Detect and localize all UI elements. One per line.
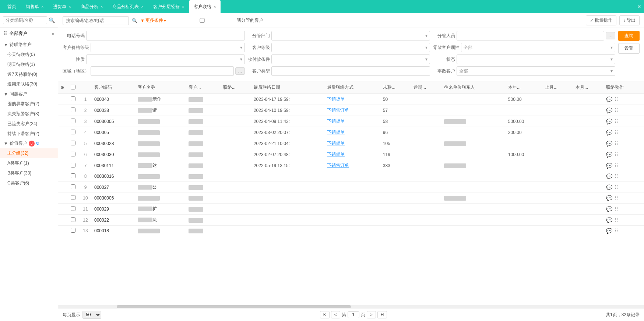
sidebar-item-class-b[interactable]: B类客户(33) — [0, 168, 58, 178]
tab-product-analysis-close[interactable]: × — [101, 4, 103, 9]
phone-action-icon[interactable]: 💬 — [606, 119, 612, 124]
phone-action-icon[interactable]: 💬 — [606, 152, 612, 158]
this-year-col-header[interactable]: 本年... — [506, 81, 543, 94]
sidebar-search-icon[interactable]: 🔍 — [49, 17, 55, 23]
last-contact-method-cell[interactable]: 下销售订单 — [325, 160, 381, 171]
last-contact-method-cell[interactable] — [325, 193, 381, 204]
last-month-col-header[interactable]: 上月... — [543, 81, 573, 94]
sidebar-item-churn-warning[interactable]: 流失预警客户(3) — [0, 109, 58, 119]
contact-method-link[interactable]: 下销货单 — [327, 96, 345, 102]
status-select[interactable]: ▾ — [457, 54, 615, 64]
last-contact-method-cell[interactable]: 下销货单 — [325, 127, 381, 138]
first-page-button[interactable]: K — [320, 311, 330, 318]
check-cell[interactable] — [68, 127, 79, 138]
page-input[interactable] — [348, 311, 359, 318]
sidebar-group-value[interactable]: ▼ 价值客户 8 ↻ — [0, 138, 58, 148]
refresh-icon[interactable]: ↻ — [36, 141, 39, 146]
more-action-icon[interactable]: ⠿ — [615, 152, 618, 158]
price-level-select[interactable]: ▾ — [91, 43, 245, 52]
more-action-icon[interactable]: ⠿ — [615, 195, 618, 201]
manager-more-button[interactable]: … — [606, 32, 615, 39]
last-contact-method-cell[interactable] — [325, 171, 381, 182]
tab-customer-segment[interactable]: 客户分层经营 × — [149, 0, 189, 13]
more-action-icon[interactable]: ⠿ — [615, 173, 618, 179]
check-cell[interactable] — [68, 116, 79, 127]
phone-action-icon[interactable]: 💬 — [606, 141, 612, 147]
phone-action-icon[interactable]: 💬 — [606, 130, 612, 135]
phone-action-icon[interactable]: 💬 — [606, 96, 612, 102]
row-checkbox[interactable] — [71, 195, 75, 200]
more-action-icon[interactable]: ⠿ — [615, 217, 618, 223]
check-cell[interactable] — [68, 160, 79, 171]
row-checkbox[interactable] — [71, 206, 75, 211]
more-action-icon[interactable]: ⠿ — [615, 163, 618, 169]
sidebar-all-customers[interactable]: ⠿ 全部客户 « — [0, 28, 58, 40]
check-cell[interactable] — [68, 138, 79, 149]
check-all-header[interactable] — [68, 81, 79, 94]
row-checkbox[interactable] — [71, 217, 75, 222]
tab-customer-contact[interactable]: 客户联络 × — [189, 0, 220, 13]
sidebar-item-declining[interactable]: 持续下滑客户(2) — [0, 129, 58, 139]
tab-sales[interactable]: 销售单 × — [21, 0, 48, 13]
type-col-header[interactable]: 客户... — [186, 81, 221, 94]
sidebar-item-class-c[interactable]: C类客户(6) — [0, 178, 58, 188]
last-contact-method-cell[interactable]: 下销货单 — [325, 94, 381, 105]
settings-col-header[interactable]: ⚙ — [58, 81, 68, 94]
check-cell[interactable] — [68, 204, 79, 215]
payment-terms-select[interactable]: ▾ — [271, 54, 430, 64]
more-action-icon[interactable]: ⠿ — [615, 141, 618, 147]
more-action-icon[interactable]: ⠿ — [615, 119, 618, 124]
contact-method-link[interactable]: 下销货单 — [327, 119, 345, 124]
my-customers-checkbox-label[interactable]: 我分管的客户 — [169, 17, 263, 24]
reset-button[interactable]: 设置 — [618, 43, 640, 54]
more-conditions-button[interactable]: ▼ 更多条件 ▾ — [140, 17, 166, 24]
row-checkbox[interactable] — [71, 96, 75, 101]
sidebar-item-ungroup[interactable]: 未分组(32) — [0, 148, 58, 158]
unit-contact-col-header[interactable]: 往来单位联系人 — [442, 81, 506, 94]
phone-action-icon[interactable]: 💬 — [606, 217, 612, 223]
tab-product-analysis-list-close[interactable]: × — [141, 4, 143, 9]
sidebar-item-class-a[interactable]: A类客户(1) — [0, 158, 58, 168]
tab-purchase-close[interactable]: × — [68, 4, 71, 9]
tab-customer-contact-close[interactable]: × — [214, 4, 216, 9]
manager-input[interactable] — [457, 31, 604, 40]
tab-product-analysis-list[interactable]: 商品分析列表 × — [108, 0, 148, 13]
dept-select[interactable]: ▾ — [271, 31, 430, 40]
check-cell[interactable] — [68, 94, 79, 105]
last-contact-method-cell[interactable] — [325, 215, 381, 226]
row-checkbox[interactable] — [71, 141, 75, 145]
phone-action-icon[interactable]: 💬 — [606, 195, 612, 201]
export-button[interactable]: ↓ 导出 — [619, 15, 640, 25]
name-col-header[interactable]: 客户名称 — [136, 81, 186, 94]
row-checkbox[interactable] — [71, 173, 75, 178]
phone-action-icon[interactable]: 💬 — [606, 184, 612, 190]
sidebar-item-churned[interactable]: 已流失客户(24) — [0, 119, 58, 129]
tab-product-analysis[interactable]: 商品分析 × — [76, 0, 107, 13]
tab-purchase[interactable]: 进货单 × — [49, 0, 75, 13]
sidebar-group-problem[interactable]: ▼ 问题客户 — [0, 89, 58, 99]
overdue-col-header[interactable]: 逾期... — [411, 81, 442, 94]
region-more-button[interactable]: … — [235, 67, 245, 75]
more-action-icon[interactable]: ⠿ — [615, 184, 618, 190]
check-cell[interactable] — [68, 215, 79, 226]
retail-attr-select[interactable]: 全部 ▾ — [461, 43, 615, 52]
more-action-icon[interactable]: ⠿ — [615, 228, 618, 234]
close-all-button[interactable]: × — [637, 3, 641, 11]
prev-page-button[interactable]: < — [331, 311, 340, 318]
more-action-icon[interactable]: ⠿ — [615, 107, 618, 113]
next-page-button[interactable]: > — [367, 311, 376, 318]
contact-method-link[interactable]: 下销货单 — [327, 141, 345, 146]
last-contact-date-col-header[interactable]: 最后联络日期 — [251, 81, 325, 94]
batch-op-button[interactable]: ✓ 批量操作 — [586, 15, 616, 25]
last-contact-method-cell[interactable]: 下销货单 — [325, 138, 381, 149]
sidebar-group-pending[interactable]: ▼ 待联络客户 — [0, 40, 58, 50]
last-contact-method-cell[interactable] — [325, 182, 381, 193]
horizontal-scrollbar[interactable] — [58, 305, 644, 308]
collapse-icon[interactable]: « — [52, 31, 54, 36]
per-page-select[interactable]: 50 100 200 — [82, 311, 101, 319]
code-col-header[interactable]: 客户编码 — [92, 81, 136, 94]
more-action-icon[interactable]: ⠿ — [615, 130, 618, 135]
my-customers-checkbox[interactable] — [169, 18, 235, 23]
sidebar-item-7day-pending[interactable]: 近7天待联络(0) — [0, 70, 58, 80]
phone-input[interactable] — [86, 31, 245, 40]
